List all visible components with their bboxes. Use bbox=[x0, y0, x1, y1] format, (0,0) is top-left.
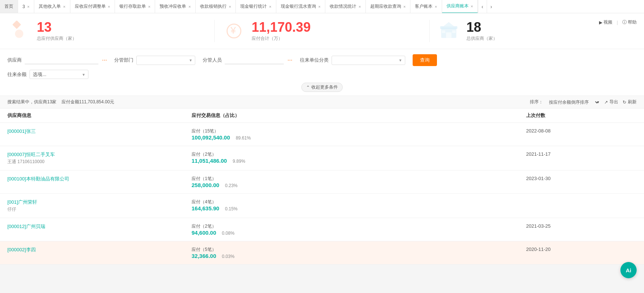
tx-col-6: 应付（5笔） 32,366.00 0.03% bbox=[192, 247, 526, 259]
tab-verify-label: 收款核销执行 bbox=[200, 3, 227, 10]
tab-prepay[interactable]: 预收冲应收单 × bbox=[155, 0, 195, 13]
filter-balance-label: 往来余额 bbox=[7, 71, 27, 78]
result-amount-text: 应付金额111,703,854.00元 bbox=[62, 99, 114, 104]
query-button[interactable]: 查询 bbox=[413, 54, 437, 66]
tx-amount-5[interactable]: 94,600.00 bbox=[192, 230, 216, 236]
tx-percent-4: 0.15% bbox=[225, 206, 238, 211]
tab-other-income[interactable]: 其他收入单 × bbox=[34, 0, 70, 13]
supplier-link-5[interactable]: [000012]广州贝瑞 bbox=[7, 224, 45, 229]
tab-verify-close[interactable]: × bbox=[229, 4, 231, 9]
tab-3-close[interactable]: × bbox=[27, 4, 29, 9]
last-pay-3: 2023-01-30 bbox=[526, 176, 551, 181]
supplier-link-6[interactable]: [000002]李四 bbox=[7, 247, 36, 252]
col-header-tx: 应付交易信息（占比） bbox=[192, 112, 526, 119]
link-divider: | bbox=[617, 19, 618, 25]
help-link[interactable]: ⓘ 帮助 bbox=[622, 19, 637, 25]
tx-amount-6[interactable]: 32,366.00 bbox=[192, 253, 216, 259]
video-icon: ▶ bbox=[599, 20, 602, 25]
supplier-dots[interactable]: ··· bbox=[102, 57, 107, 63]
supplier-link-3[interactable]: [000100]本特勤油品有限公司 bbox=[7, 176, 69, 182]
filter-row-2: 往来余额 选项... bbox=[7, 70, 637, 79]
tab-customer-book-close[interactable]: × bbox=[435, 4, 437, 9]
tab-3[interactable]: 3 × bbox=[18, 0, 34, 13]
table-row: [000012]广州贝瑞 应付（2笔） 94,600.00 0.08% 2021… bbox=[0, 218, 644, 241]
nav-tabs: 首页 3 × 其他收入单 × 应收应付调整单 × 银行存取款单 × 预收冲应收单… bbox=[0, 0, 644, 13]
supplier-link-2[interactable]: [000007]恒旺二手叉车 bbox=[7, 152, 55, 157]
export-icon: ↗ bbox=[604, 100, 608, 105]
tx-amount-1[interactable]: 100,092,540.00 bbox=[192, 134, 230, 141]
collapse-button[interactable]: ⌃ 收起更多条件 bbox=[301, 83, 343, 92]
tab-overdue[interactable]: 超期应收款查询 × bbox=[366, 0, 410, 13]
tx-percent-1: 89.61% bbox=[236, 135, 251, 141]
tx-col-5: 应付（2笔） 94,600.00 0.08% bbox=[192, 223, 526, 236]
total-suppliers-num: 18 bbox=[466, 21, 497, 34]
svg-rect-0 bbox=[13, 21, 21, 29]
tab-cash-stat-label: 现金银行统计 bbox=[240, 3, 267, 10]
payable-amount-info: 11,170.39 应付合计（万） bbox=[252, 21, 311, 42]
summary-divider-2 bbox=[429, 20, 430, 42]
tab-cash-flow[interactable]: 现金银行流水查询 × bbox=[276, 0, 325, 13]
tx-label-2: 应付（2笔） bbox=[192, 151, 526, 158]
export-label: 导出 bbox=[609, 99, 618, 105]
export-button[interactable]: ↗ 导出 bbox=[604, 99, 618, 105]
tab-home[interactable]: 首页 bbox=[0, 0, 18, 13]
help-icon: ⓘ bbox=[622, 19, 627, 25]
tab-cash-flow-close[interactable]: × bbox=[318, 4, 321, 9]
svg-rect-7 bbox=[442, 30, 445, 33]
payable-suppliers-label: 总应付供应商（家） bbox=[37, 35, 77, 42]
tab-bank-close[interactable]: × bbox=[148, 4, 150, 9]
tx-col-2: 应付（2笔） 11,051,486.00 9.89% bbox=[192, 151, 526, 164]
payable-amount-label: 应付合计（万） bbox=[252, 35, 311, 42]
tab-receipt-stat-close[interactable]: × bbox=[358, 4, 361, 9]
tab-verify[interactable]: 收款核销执行 × bbox=[196, 0, 236, 13]
help-label: 帮助 bbox=[628, 19, 637, 25]
result-summary: 搜索结果中，供应商13家 应付金额111,703,854.00元 bbox=[7, 99, 114, 105]
tab-other-income-close[interactable]: × bbox=[63, 4, 65, 9]
tx-amount-3[interactable]: 258,000.00 bbox=[192, 182, 219, 188]
video-link[interactable]: ▶ 视频 bbox=[599, 19, 612, 25]
tx-amount-4[interactable]: 164,635.90 bbox=[192, 205, 219, 211]
tab-prepay-close[interactable]: × bbox=[188, 4, 190, 9]
dept-select[interactable] bbox=[136, 56, 195, 65]
table-row: [000100]本特勤油品有限公司 应付（1笔） 258,000.00 0.23… bbox=[0, 170, 644, 194]
tab-receipt-stat[interactable]: 收款情况统计 × bbox=[325, 0, 365, 13]
person-dots[interactable]: ··· bbox=[287, 57, 292, 63]
balance-select[interactable]: 选项... bbox=[29, 70, 88, 79]
svg-point-1 bbox=[15, 30, 23, 38]
tx-label-6: 应付（5笔） bbox=[192, 247, 526, 253]
supplier-col-4: [001]广州荣轩 仔仔 bbox=[7, 199, 192, 213]
tab-supplier-book[interactable]: 供应商账本 × bbox=[442, 0, 478, 13]
person-input[interactable] bbox=[225, 56, 284, 64]
tx-amount-2[interactable]: 11,051,486.00 bbox=[192, 158, 227, 164]
supplier-sub-2: 王通 17106110000 bbox=[7, 159, 192, 165]
refresh-icon: ↻ bbox=[623, 100, 626, 105]
tab-overdue-label: 超期应收款查询 bbox=[370, 3, 401, 10]
tab-supplier-book-close[interactable]: × bbox=[471, 4, 473, 8]
table-container: 供应商信息 应付交易信息（占比） 上次付数 [000001]张三 应付（15笔）… bbox=[0, 108, 644, 265]
home-label: 首页 bbox=[4, 3, 13, 10]
supplier-input[interactable] bbox=[25, 56, 98, 64]
total-suppliers-label: 总供应商（家） bbox=[466, 35, 497, 42]
payable-suppliers-icon bbox=[7, 19, 31, 43]
supplier-link-1[interactable]: [000001]张三 bbox=[7, 128, 36, 134]
refresh-label: 刷新 bbox=[628, 99, 637, 105]
last-pay-1: 2022-08-08 bbox=[526, 128, 551, 134]
tab-adjust-close[interactable]: × bbox=[108, 4, 110, 9]
category-select[interactable] bbox=[332, 56, 405, 65]
refresh-button[interactable]: ↻ 刷新 bbox=[623, 99, 637, 105]
supplier-link-4[interactable]: [001]广州荣轩 bbox=[7, 199, 37, 205]
tab-cash-stat[interactable]: 现金银行统计 × bbox=[236, 0, 276, 13]
col-header-supplier: 供应商信息 bbox=[7, 112, 192, 119]
supplier-col-3: [000100]本特勤油品有限公司 bbox=[7, 176, 192, 182]
tab-cash-stat-close[interactable]: × bbox=[269, 4, 271, 9]
tab-bank[interactable]: 银行存取款单 × bbox=[115, 0, 155, 13]
tab-supplier-book-label: 供应商账本 bbox=[447, 3, 469, 9]
tab-adjust[interactable]: 应收应付调整单 × bbox=[70, 0, 115, 13]
tab-overdue-close[interactable]: × bbox=[403, 4, 406, 9]
supplier-sub-4: 仔仔 bbox=[7, 206, 192, 213]
nav-prev-arrow[interactable]: ‹ bbox=[478, 0, 487, 13]
nav-next-arrow[interactable]: › bbox=[487, 0, 496, 13]
tab-customer-book[interactable]: 客户账本 × bbox=[410, 0, 442, 13]
sort-select[interactable]: 按应付余额倒序排序 bbox=[547, 99, 600, 105]
filter-supplier-label: 供应商 bbox=[7, 57, 22, 63]
